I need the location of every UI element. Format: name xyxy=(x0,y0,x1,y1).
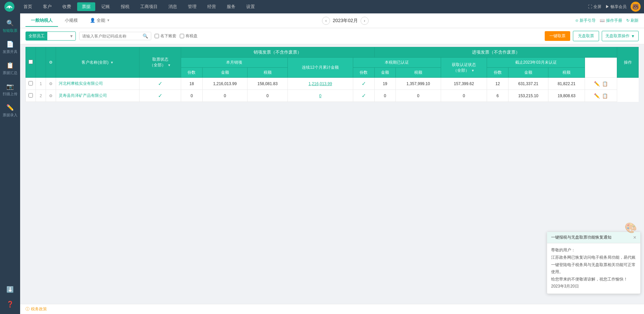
row-settings-0[interactable]: ⚙ xyxy=(46,78,56,90)
view-icon-0[interactable]: 📋 xyxy=(602,81,608,86)
header-purchase-uncert: 截止2023年03月未认证 xyxy=(487,58,585,68)
cert-status-filter-icon[interactable]: ▼ xyxy=(471,69,475,72)
invoice-summary-icon: 📋 xyxy=(6,62,14,69)
row-purchase-uncert-amount-0: 631,337.21 xyxy=(508,78,548,90)
row-cert-status-0: ✓ xyxy=(353,78,374,90)
row-sales-12m-1[interactable]: 0 xyxy=(287,90,353,102)
download-icon: ⬇️ xyxy=(6,286,14,293)
row-cancel-status-1: ✓ xyxy=(140,90,181,102)
view-icon-1[interactable]: 📋 xyxy=(602,93,608,99)
row-cert-status-1: ✓ xyxy=(353,90,374,102)
row-purchase-cert-amount-0: 1,357,999.10 xyxy=(396,78,441,90)
nav-manage[interactable]: 管理 xyxy=(183,2,201,11)
row-actions-1: ✏️ 📋 xyxy=(585,90,617,102)
tax-policy-link[interactable]: 税务政策 xyxy=(31,306,47,312)
employee-dropdown-arrow[interactable]: ▼ xyxy=(67,33,75,40)
cancel-status-filter-icon[interactable]: ▼ xyxy=(167,63,171,67)
top-nav-right: ⛶ 全屏 ▶ 畅享会员 🐻 xyxy=(588,2,641,12)
row-customer-1[interactable]: 灵寿县尚泽矿产品有限公司 xyxy=(56,90,140,102)
tab-all[interactable]: 👤 全能 ▼ xyxy=(85,15,115,27)
nav-items: 首页 客户 收费 票据 记账 报税 工商项目 消息 管理 经营 服务 设置 xyxy=(19,2,588,11)
edit-icon-1[interactable]: ✏️ xyxy=(594,93,600,99)
row-index-0: 1 xyxy=(36,78,46,90)
info-icon: ⓘ xyxy=(25,306,30,312)
invoice-entry-icon: ✏️ xyxy=(6,104,14,111)
row-checkbox-0[interactable] xyxy=(26,78,36,90)
edit-icon-0[interactable]: ✏️ xyxy=(594,81,600,86)
named-account-checkbox[interactable] xyxy=(155,34,159,38)
notification-title: 一键报税与无盘取票功能恢复通知 xyxy=(551,235,611,240)
header-customer: 客户名称(全部) ▼ xyxy=(56,47,140,78)
dropdown-arrow-icon: ▼ xyxy=(631,34,635,39)
nav-customer[interactable]: 客户 xyxy=(38,2,56,11)
nav-invoice[interactable]: 票据 xyxy=(77,2,95,11)
search-button[interactable]: 🔍 xyxy=(140,32,151,40)
notification-close-btn[interactable]: × xyxy=(633,235,636,240)
manual-link[interactable]: 📖 操作手册 xyxy=(600,18,622,23)
nav-settings[interactable]: 设置 xyxy=(241,2,260,11)
user-avatar[interactable]: 🐻 xyxy=(631,2,641,12)
prev-month-btn[interactable]: ‹ xyxy=(322,17,330,25)
sidebar-item-download[interactable]: ⬇️ xyxy=(1,283,19,296)
guide-link[interactable]: ⊙ 新手引导 xyxy=(575,18,596,23)
table-row: 2 ⚙ 灵寿县尚泽矿产品有限公司 ✓ 0 0 0 0 ✓ 0 0 0 6 153… xyxy=(26,90,639,102)
nav-home[interactable]: 首页 xyxy=(19,2,37,11)
row-sales-count-0: 18 xyxy=(181,78,202,90)
vip-btn[interactable]: ▶ 畅享会员 xyxy=(605,4,627,10)
notification-body: 尊敬的用户：江苏政务网已恢复访问电子税务局功能，易代账一键登陆电子税务局与无盘取… xyxy=(547,243,640,294)
sidebar-item-invoice-open[interactable]: 📄 发票开具 xyxy=(1,38,19,57)
row-check-0[interactable] xyxy=(29,81,33,85)
nav-business[interactable]: 工商项目 xyxy=(136,2,162,11)
header-checkbox xyxy=(26,47,36,78)
sidebar-item-smart-ticket[interactable]: 🔍 智能取票 xyxy=(1,17,19,36)
has-disk-checkbox[interactable] xyxy=(180,34,184,38)
header-settings[interactable]: ⚙ xyxy=(46,47,56,78)
header-purchase-uncert-tax: 税额 xyxy=(548,68,585,78)
sidebar-label-smart-ticket: 智能取票 xyxy=(3,28,17,33)
nav-operation[interactable]: 经营 xyxy=(203,2,221,11)
nav-service[interactable]: 服务 xyxy=(222,2,240,11)
sidebar-item-invoice-entry[interactable]: ✏️ 票据录入 xyxy=(1,101,19,120)
row-check-1[interactable] xyxy=(29,93,33,98)
table-row: 1 ⚙ 河北柯摩梳实业有限公司 ✓ 18 1,216,013.99 158,08… xyxy=(26,78,639,90)
header-index xyxy=(36,47,46,78)
tab-general-taxpayer[interactable]: 一般纳税人 xyxy=(25,15,58,27)
one-click-ticket-btn[interactable]: 一键取票 xyxy=(545,31,570,41)
sidebar-item-help[interactable]: ❓ xyxy=(1,298,19,311)
sidebar-item-scan-upload[interactable]: 📷 扫描上传 xyxy=(1,80,19,99)
row-cancel-status-0: ✓ xyxy=(140,78,181,90)
refresh-link[interactable]: ↻ 刷新 xyxy=(626,18,639,23)
no-disk-ops-btn[interactable]: 无盘取票操作 ▼ xyxy=(602,31,639,41)
row-purchase-uncert-tax-0: 81,822.21 xyxy=(548,78,585,90)
header-cancel-status: 取票状态（全部） ▼ xyxy=(140,47,181,78)
row-customer-0[interactable]: 河北柯摩梳实业有限公司 xyxy=(56,78,140,90)
row-purchase-uncert-tax-1: 19,808.63 xyxy=(548,90,585,102)
nav-message[interactable]: 消息 xyxy=(164,2,182,11)
search-input[interactable] xyxy=(79,33,140,40)
header-purchase-cert-count: 份数 xyxy=(353,68,374,78)
employee-select[interactable]: 全部员工 ▼ xyxy=(25,32,76,41)
row-sales-12m-0[interactable]: 1,216,013.99 xyxy=(287,78,353,90)
fullscreen-btn[interactable]: ⛶ 全屏 xyxy=(588,4,601,10)
nav-tax[interactable]: 报税 xyxy=(116,2,134,11)
sidebar-label-invoice-open: 发票开具 xyxy=(3,49,17,54)
row-index-1: 2 xyxy=(36,90,46,102)
row-checkbox-1[interactable] xyxy=(26,90,36,102)
checkbox-named-account[interactable]: 名下账套 xyxy=(155,33,176,39)
employee-value xyxy=(47,35,67,38)
next-month-btn[interactable]: › xyxy=(361,17,369,25)
header-sales-count: 份数 xyxy=(181,68,202,78)
select-all-checkbox[interactable] xyxy=(29,60,33,64)
month-navigator: ‹ 2023年02月 › xyxy=(322,17,369,25)
sidebar-item-invoice-summary[interactable]: 📋 票据汇总 xyxy=(1,59,19,78)
row-purchase-cert-count-1: 0 xyxy=(374,90,395,102)
tab-small-scale[interactable]: 小规模 xyxy=(59,15,83,27)
checkbox-has-disk[interactable]: 有税盘 xyxy=(180,33,198,39)
row-settings-1[interactable]: ⚙ xyxy=(46,90,56,102)
nav-billing[interactable]: 收费 xyxy=(58,2,76,11)
nav-accounting[interactable]: 记账 xyxy=(97,2,115,11)
help-icon: ❓ xyxy=(6,301,14,308)
header-sales-tax: 税额 xyxy=(248,68,287,78)
customer-filter-icon[interactable]: ▼ xyxy=(110,61,114,64)
no-disk-ticket-btn[interactable]: 无盘取票 xyxy=(573,31,599,41)
